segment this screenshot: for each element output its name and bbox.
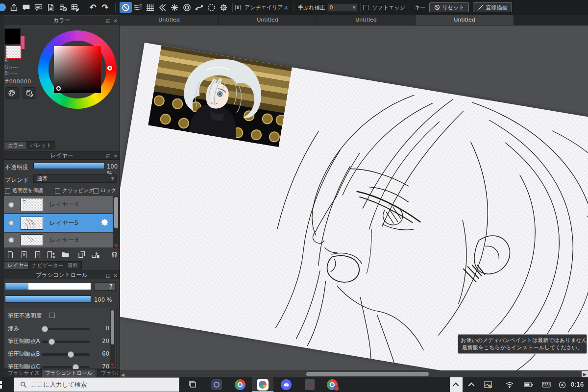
comment-icon[interactable]: [32, 2, 45, 13]
task-view-icon[interactable]: [182, 377, 204, 392]
scroll-right-arrow[interactable]: ▶: [582, 371, 588, 377]
close-icon[interactable]: ✕: [114, 273, 118, 278]
tab-brush-control[interactable]: ブラシコントロール: [41, 369, 96, 377]
layer-settings-gear-icon[interactable]: [101, 219, 108, 228]
layer-row-5-selected[interactable]: レイヤー5: [4, 214, 113, 232]
keyboard-icon[interactable]: [539, 377, 554, 392]
tab-palette[interactable]: パレット: [26, 141, 55, 149]
folder-icon[interactable]: [59, 249, 71, 260]
transparent-color-swatch[interactable]: [5, 45, 22, 59]
photos-tray-icon[interactable]: [481, 377, 495, 392]
layer-row-4[interactable]: レイヤー4: [4, 196, 113, 214]
wifi-icon[interactable]: [503, 377, 516, 392]
protect-alpha-checkbox[interactable]: 透明度を保護: [5, 187, 43, 194]
pressure-opacity-checkbox[interactable]: [49, 313, 55, 318]
sv-marker[interactable]: [56, 86, 61, 91]
history-list-icon[interactable]: [57, 2, 69, 13]
snap-ellipse-icon[interactable]: [205, 2, 218, 13]
brush-params-scrollbar[interactable]: [110, 309, 115, 367]
start-button[interactable]: [0, 381, 2, 389]
chrome-profile-icon[interactable]: [321, 377, 343, 392]
tab-untitled-4-active[interactable]: Untitled: [416, 15, 514, 25]
close-icon[interactable]: ✕: [114, 18, 118, 24]
brush-size-slider[interactable]: [5, 283, 91, 290]
export-icon[interactable]: [8, 2, 20, 13]
blend-mode-select[interactable]: 通常▼: [33, 174, 117, 183]
discord-icon[interactable]: [275, 377, 297, 392]
layer-list-scrollbar[interactable]: [113, 196, 119, 248]
layer-visibility-icon[interactable]: [8, 220, 14, 226]
brush-opacity-slider[interactable]: [5, 295, 91, 303]
layer-row-3[interactable]: レイヤー3: [4, 233, 113, 248]
chrome-icon[interactable]: [229, 377, 251, 392]
add-layer-menu-icon[interactable]: [46, 249, 57, 260]
palette-edit-button[interactable]: [23, 87, 36, 99]
lock-checkbox[interactable]: ロック: [93, 187, 116, 194]
brush-size-value-box[interactable]: 7: [94, 282, 116, 291]
hue-marker[interactable]: [107, 66, 112, 71]
layer-8bit-icon[interactable]: 8: [18, 249, 30, 260]
popout-icon[interactable]: ◱: [106, 153, 110, 159]
eject-device-icon[interactable]: [556, 377, 568, 392]
popout-icon[interactable]: ◱: [106, 18, 110, 24]
scroll-down-arrow[interactable]: [111, 364, 114, 367]
chat-bubble-icon[interactable]: [20, 2, 32, 13]
canvas-horizontal-scrollbar[interactable]: ◀ ▶: [120, 370, 588, 377]
tab-untitled-1[interactable]: Untitled: [120, 15, 219, 25]
cloud-icon[interactable]: [0, 2, 8, 13]
stabilizer-dropdown[interactable]: 0▼: [327, 3, 358, 12]
bleed-slider[interactable]: [42, 328, 90, 330]
snap-concentric-icon[interactable]: [181, 2, 193, 13]
reset-button[interactable]: リセット: [429, 2, 469, 12]
show-hidden-icons-button[interactable]: [450, 377, 463, 392]
layer-1bit-icon[interactable]: 1: [32, 249, 44, 260]
scrollbar-thumb[interactable]: [114, 197, 118, 228]
merge-layer-icon[interactable]: [90, 249, 101, 260]
settings-gear-icon[interactable]: [218, 2, 230, 13]
pressure-point-a-slider[interactable]: [42, 341, 90, 343]
tab-untitled-3[interactable]: Untitled: [317, 15, 416, 25]
taskbar-search-input[interactable]: ここに入力して検索: [14, 377, 179, 392]
scrollbar-thumb[interactable]: [111, 310, 114, 344]
undo-icon[interactable]: ↶: [87, 2, 99, 13]
drawing-canvas[interactable]: [120, 43, 588, 377]
snap-parallel-icon[interactable]: [132, 2, 144, 13]
tab-brush-gpen[interactable]: ブラシ: Gペン: [97, 369, 120, 377]
chevron-up-icon[interactable]: [466, 377, 478, 392]
delete-layer-icon[interactable]: [108, 249, 120, 260]
scroll-down-arrow[interactable]: [114, 245, 118, 247]
saturation-value-box[interactable]: [54, 46, 101, 93]
camera-app-icon[interactable]: [206, 377, 227, 392]
pressure-point-b-slider[interactable]: [42, 353, 90, 356]
tab-materials[interactable]: 資料: [64, 261, 82, 270]
soft-edge-checkbox[interactable]: [363, 5, 368, 10]
clipping-checkbox[interactable]: クリッピング: [55, 187, 94, 194]
medibang-paint-icon[interactable]: [252, 377, 273, 392]
curve-tool-icon[interactable]: [193, 2, 205, 13]
pressure-point-c-slider[interactable]: [42, 366, 90, 368]
document-icon[interactable]: [45, 2, 57, 13]
update-notification[interactable]: お使いのメディバンペイントは最新ではありません 最新版をこちらからインストールし…: [458, 334, 587, 354]
snap-radial-icon[interactable]: [169, 2, 181, 13]
scrollbar-thumb[interactable]: [306, 372, 429, 376]
layer-opacity-slider[interactable]: [33, 163, 105, 169]
battery-icon[interactable]: [521, 377, 536, 392]
layer-visibility-icon[interactable]: [8, 237, 14, 243]
tray-clock[interactable]: 0:16: [567, 377, 587, 392]
table-edit-icon[interactable]: [69, 2, 81, 13]
layer-visibility-icon[interactable]: [8, 202, 14, 208]
snap-off-icon[interactable]: [120, 2, 132, 13]
close-icon[interactable]: ✕: [114, 153, 118, 159]
line-draw-button[interactable]: 直線描画: [473, 2, 512, 12]
tab-color[interactable]: カラー: [4, 141, 27, 149]
new-layer-icon[interactable]: [4, 249, 16, 260]
palette-button[interactable]: [5, 87, 19, 99]
tab-navigator[interactable]: ナビゲーター: [28, 261, 67, 270]
snap-grid-icon[interactable]: [144, 2, 156, 13]
tab-untitled-2[interactable]: Untitled: [219, 15, 317, 25]
antialias-checkbox[interactable]: [235, 5, 241, 10]
scroll-left-arrow[interactable]: ◀: [121, 372, 124, 377]
popout-icon[interactable]: ◱: [106, 273, 110, 278]
redo-icon[interactable]: ↷: [99, 2, 111, 13]
foreground-color-swatch[interactable]: [4, 28, 21, 45]
